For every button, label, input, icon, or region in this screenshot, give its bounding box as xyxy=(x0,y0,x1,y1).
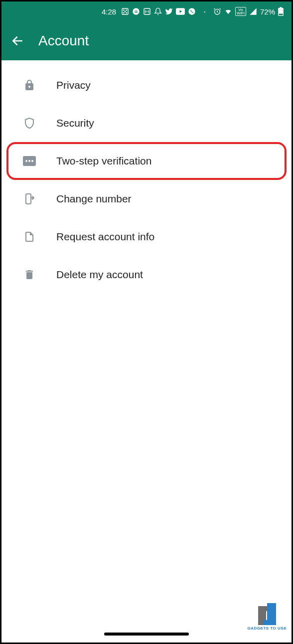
svg-rect-8 xyxy=(144,8,150,14)
alarm-icon xyxy=(213,7,221,15)
menu-item-delete-account[interactable]: Delete my account xyxy=(1,256,292,294)
trash-icon xyxy=(22,268,36,282)
svg-point-18 xyxy=(25,160,27,162)
page-title: Account xyxy=(38,33,89,49)
pin-icon xyxy=(22,154,36,168)
svg-rect-23 xyxy=(27,238,31,239)
battery-icon xyxy=(278,7,284,16)
watermark-logo xyxy=(258,603,276,625)
battery-percent: 72% xyxy=(260,7,275,16)
app-bar: Account xyxy=(1,21,292,60)
signal-icon xyxy=(249,7,257,15)
menu-label: Security xyxy=(56,117,94,129)
bell-icon xyxy=(154,7,162,15)
shield-icon xyxy=(22,116,36,130)
svg-point-4 xyxy=(126,12,127,13)
youtube-icon xyxy=(176,8,185,15)
status-bar: 4:28 G • VoWiFi xyxy=(1,1,292,21)
phone-transfer-icon xyxy=(22,192,36,206)
menu-label: Change number xyxy=(56,193,132,205)
home-indicator[interactable] xyxy=(104,633,189,636)
svg-point-10 xyxy=(188,8,195,14)
svg-point-2 xyxy=(126,10,127,10)
svg-rect-22 xyxy=(27,237,31,238)
vowifi-icon: VoWiFi xyxy=(235,7,246,16)
status-divider: • xyxy=(204,9,205,14)
menu-label: Privacy xyxy=(56,79,91,91)
wifi-icon xyxy=(224,7,232,15)
svg-point-19 xyxy=(28,160,30,162)
status-icons-left: G xyxy=(121,7,196,15)
document-icon xyxy=(22,230,36,244)
grid-icon xyxy=(121,7,129,15)
menu-label: Request account info xyxy=(56,231,154,243)
svg-rect-21 xyxy=(26,194,31,204)
svg-point-20 xyxy=(31,160,33,162)
svg-point-5 xyxy=(125,11,125,11)
status-icons-right: VoWiFi 72% xyxy=(213,7,284,16)
svg-text:G: G xyxy=(135,9,138,14)
svg-point-1 xyxy=(124,10,124,10)
menu-label: Delete my account xyxy=(56,269,143,281)
menu-item-security[interactable]: Security xyxy=(1,104,292,142)
svg-rect-13 xyxy=(280,7,282,8)
lock-icon xyxy=(22,78,36,92)
account-menu: Privacy Security Two-step verification C… xyxy=(1,60,292,300)
menu-item-privacy[interactable]: Privacy xyxy=(1,66,292,104)
arrow-left-icon xyxy=(11,34,24,47)
g-icon: G xyxy=(132,7,140,15)
svg-point-3 xyxy=(124,12,124,13)
svg-rect-15 xyxy=(279,9,283,13)
phone-icon xyxy=(188,7,196,15)
twitter-icon xyxy=(165,7,173,15)
menu-item-request-account-info[interactable]: Request account info xyxy=(1,218,292,256)
menu-label: Two-step verification xyxy=(56,155,151,167)
status-time: 4:28 xyxy=(102,7,116,16)
m-icon xyxy=(143,7,151,15)
back-button[interactable] xyxy=(10,34,24,48)
watermark: GADGETS TO USE xyxy=(248,603,287,631)
menu-item-two-step-verification[interactable]: Two-step verification xyxy=(6,142,287,180)
menu-item-change-number[interactable]: Change number xyxy=(1,180,292,218)
watermark-text: GADGETS TO USE xyxy=(248,626,287,631)
